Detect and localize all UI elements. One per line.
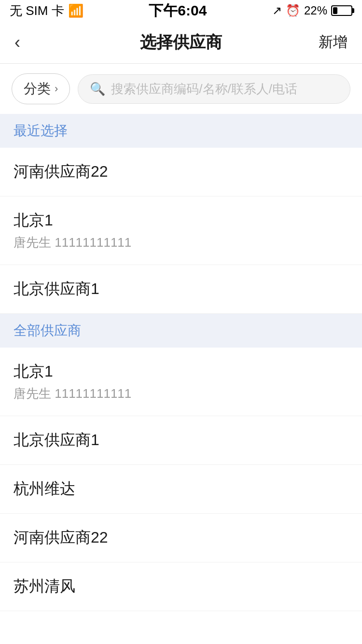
- status-left: 无 SIM 卡 📶: [10, 2, 84, 19]
- list-item[interactable]: 北京供应商1: [0, 265, 362, 314]
- supplier-sub: 唐先生 11111111111: [14, 234, 348, 251]
- list-item[interactable]: 苏州清风: [0, 562, 362, 611]
- sim-label: 无 SIM 卡: [10, 2, 64, 19]
- alarm-icon: ⏰: [286, 4, 300, 17]
- search-icon: 🔍: [90, 82, 105, 97]
- location-icon: ↗: [272, 4, 282, 17]
- list-item[interactable]: 北京1 唐先生 11111111111: [0, 196, 362, 265]
- supplier-name: 河南供应商22: [14, 527, 348, 548]
- supplier-sub: 唐先生 11111111111: [14, 385, 348, 402]
- page-title: 选择供应商: [140, 31, 222, 54]
- list-item[interactable]: 杭州维达: [0, 465, 362, 514]
- list-item[interactable]: 河南供应商22: [0, 148, 362, 196]
- category-button[interactable]: 分类 ›: [12, 73, 70, 104]
- nav-bar: ‹ 选择供应商 新增: [0, 21, 362, 64]
- supplier-name: 苏州清风: [14, 576, 348, 597]
- wifi-icon: 📶: [68, 3, 84, 18]
- recent-section-header: 最近选择: [0, 114, 362, 148]
- search-placeholder: 搜索供应商编码/名称/联系人/电话: [111, 81, 297, 98]
- search-box[interactable]: 🔍 搜索供应商编码/名称/联系人/电话: [78, 74, 350, 104]
- supplier-name: 北京1: [14, 361, 348, 382]
- category-label: 分类: [24, 80, 51, 98]
- battery-percent: 22%: [304, 4, 327, 17]
- status-time: 下午6:04: [149, 1, 207, 21]
- list-item[interactable]: 河南供应商22: [0, 514, 362, 562]
- chevron-right-icon: ›: [55, 83, 58, 95]
- supplier-name: 河南供应商22: [14, 161, 348, 182]
- all-section-header: 全部供应商: [0, 314, 362, 348]
- status-bar: 无 SIM 卡 📶 下午6:04 ↗ ⏰ 22%: [0, 0, 362, 21]
- supplier-name: 北京供应商1: [14, 279, 348, 300]
- battery-icon: [331, 5, 352, 16]
- back-button[interactable]: ‹: [14, 32, 53, 53]
- list-item[interactable]: 北京供应商1: [0, 416, 362, 465]
- supplier-name: 北京1: [14, 210, 348, 231]
- list-item[interactable]: 北京1 唐先生 11111111111: [0, 348, 362, 416]
- filter-bar: 分类 › 🔍 搜索供应商编码/名称/联系人/电话: [0, 64, 362, 114]
- supplier-name: 北京供应商1: [14, 430, 348, 451]
- supplier-name: 杭州维达: [14, 478, 348, 500]
- status-right: ↗ ⏰ 22%: [272, 4, 352, 17]
- add-new-button[interactable]: 新增: [309, 32, 348, 52]
